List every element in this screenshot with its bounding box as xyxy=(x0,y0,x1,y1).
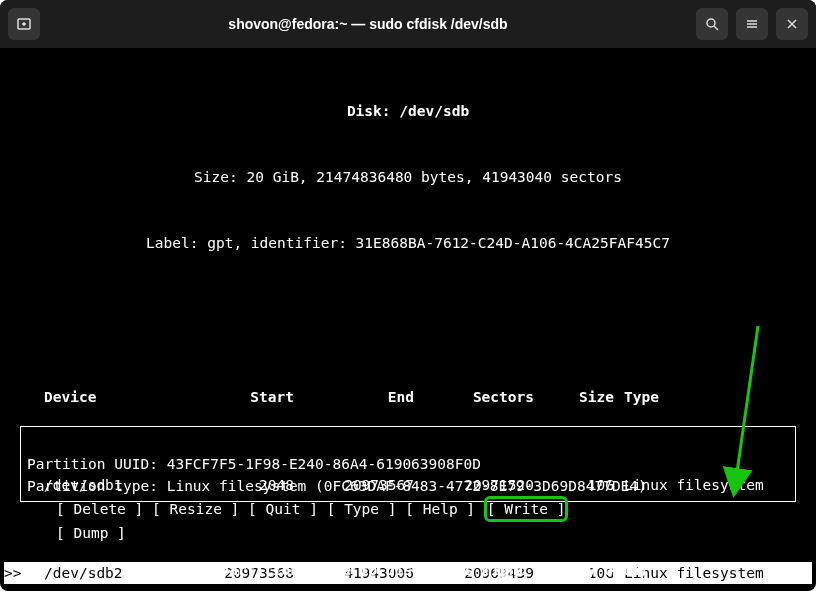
write-button[interactable]: [ Write ] xyxy=(484,496,569,522)
partition-type: Partition type: Linux filesystem (0FC63D… xyxy=(27,478,647,494)
close-button[interactable] xyxy=(776,8,808,40)
delete-button[interactable]: [ Delete ] xyxy=(56,501,143,517)
svg-point-3 xyxy=(707,19,715,27)
terminal-window: shovon@fedora:~ — sudo cfdisk /dev/sdb D… xyxy=(0,0,816,591)
table-header: Device Start End Sectors Size Type xyxy=(4,386,812,408)
help-button[interactable]: [ Help ] xyxy=(405,501,475,517)
status-line: Write partition table to disk (this migh… xyxy=(0,562,816,578)
col-type: Type xyxy=(614,386,659,408)
col-device: Device xyxy=(44,386,184,408)
col-size: Size xyxy=(534,386,614,408)
svg-line-4 xyxy=(714,26,718,30)
col-start: Start xyxy=(184,386,294,408)
disk-line: Disk: /dev/sdb xyxy=(4,100,812,122)
col-sectors: Sectors xyxy=(414,386,534,408)
quit-button[interactable]: [ Quit ] xyxy=(248,501,318,517)
col-end: End xyxy=(294,386,414,408)
titlebar: shovon@fedora:~ — sudo cfdisk /dev/sdb xyxy=(0,0,816,48)
type-button[interactable]: [ Type ] xyxy=(327,501,397,517)
menu-bar: [ Delete ] [ Resize ] [ Quit ] [ Type ] … xyxy=(0,496,816,544)
size-line: Size: 20 GiB, 21474836480 bytes, 4194304… xyxy=(4,166,812,188)
menu-button[interactable] xyxy=(736,8,768,40)
partition-info-box: Partition UUID: 43FCF7F5-1F98-E240-86A4-… xyxy=(20,426,796,502)
partition-uuid: Partition UUID: 43FCF7F5-1F98-E240-86A4-… xyxy=(27,456,481,472)
new-tab-button[interactable] xyxy=(8,8,40,40)
dump-button[interactable]: [ Dump ] xyxy=(56,525,126,541)
resize-button[interactable]: [ Resize ] xyxy=(152,501,239,517)
search-button[interactable] xyxy=(696,8,728,40)
window-title: shovon@fedora:~ — sudo cfdisk /dev/sdb xyxy=(40,16,696,32)
label-line: Label: gpt, identifier: 31E868BA-7612-C2… xyxy=(4,232,812,254)
